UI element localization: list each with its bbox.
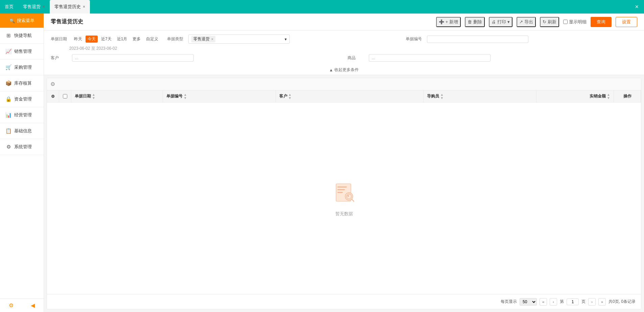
sidebar-item-basic-info[interactable]: 📋 基础信息 [0,123,44,139]
sidebar-search[interactable]: 🔍 搜索菜单 [0,14,44,28]
th-guide[interactable]: 导购员 ▲▼ [424,90,536,102]
th-actions: 操作 [614,90,641,102]
order-no-input[interactable] [427,36,528,43]
date-opt-1month[interactable]: 近1月 [115,36,129,43]
sidebar-item-purchase-mgmt-label: 采购管理 [14,64,32,70]
basic-info-icon: 📋 [5,128,11,134]
th-order-no[interactable]: 单据编号 ▲▼ [163,90,276,102]
export-button[interactable]: ↗ 导出 [517,17,536,27]
svg-rect-2 [337,189,345,190]
date-opt-today[interactable]: 今天 [86,36,98,43]
window-close-button[interactable]: × [629,0,644,14]
header-checkbox[interactable] [63,94,67,98]
sidebar-item-inventory[interactable]: 📦 库存核算 [0,75,44,91]
svg-rect-1 [337,186,347,187]
sidebar-item-finance[interactable]: 🔒 资金管理 [0,91,44,107]
query-button[interactable]: 查询 [591,17,612,27]
type-tag-close[interactable]: × [211,37,213,42]
order-no-sort-icon: ▲▼ [184,93,187,100]
goods-filter-select[interactable]: ... [369,54,491,62]
amount-sort-icon: ▲▼ [607,93,610,100]
tab-retail-return-history-label: 零售退货历史 [54,4,81,10]
top-bar: 首页 零售退货 × 零售退货历史 × × [0,0,644,14]
collapse-sidebar-icon[interactable]: ◀ [31,302,35,309]
tab-retail-return-history-close[interactable]: × [83,4,85,9]
sidebar-item-finance-label: 资金管理 [14,96,32,102]
customer-filter-group: 客户 ... [51,54,341,62]
header-actions: ➕ + 新增 🗑 删除 🖨 打印 ▾ ↗ 导出 ↻ [436,17,637,27]
type-filter-label: 单据类型 [167,36,186,42]
show-detail-label: 显示明细 [569,19,587,25]
type-tag: 零售退货 × [191,36,215,42]
export-icon: ↗ [519,19,523,24]
table-toolbar: ⚙ [47,78,641,90]
refresh-icon: ↻ [543,19,546,24]
collapse-filter-btn[interactable]: ▲ 收起更多条件 [51,65,637,75]
tab-retail-return-history[interactable]: 零售退货历史 × [50,0,90,14]
page-title: 零售退货历史 [51,18,83,25]
tab-retail-return-close[interactable]: × [43,4,45,9]
main-layout: 🔍 搜索菜单 ⊞ 快捷导航 📈 销售管理 🛒 采购管理 📦 库存核算 🔒 [0,14,644,312]
page-size-select[interactable]: 50 10 20 100 [520,298,537,306]
filter-area: 单据日期 昨天 今天 近7天 近1月 更多 自定义 单据类型 [44,30,644,75]
show-detail-container: 显示明细 [563,19,587,25]
print-icon: 🖨 [492,19,496,24]
delete-button[interactable]: 🗑 删除 [465,17,485,27]
page-number-input[interactable] [567,298,579,305]
th-actions-label: 操作 [623,93,631,99]
date-opt-yesterday[interactable]: 昨天 [72,36,84,43]
type-filter-select[interactable]: 零售退货 × ▾ [188,35,290,44]
date-opt-7days[interactable]: 近7天 [99,36,114,43]
goods-filter-label: 商品 [348,55,366,61]
tab-retail-return[interactable]: 零售退货 × [18,0,50,14]
show-detail-checkbox[interactable] [563,20,568,24]
goods-filter-group: 商品 ... [348,54,638,62]
last-page-button[interactable]: » [598,298,606,306]
th-date[interactable]: 单据日期 ▲▼ [71,90,163,102]
refresh-label: 刷新 [548,19,556,25]
tab-home[interactable]: 首页 [0,0,18,14]
sidebar-item-quick-nav[interactable]: ⊞ 快捷导航 [0,28,44,44]
sidebar-item-sales-mgmt[interactable]: 📈 销售管理 [0,44,44,60]
sidebar: 🔍 搜索菜单 ⊞ 快捷导航 📈 销售管理 🛒 采购管理 📦 库存核算 🔒 [0,14,44,312]
th-settings: ⚙ [47,90,59,102]
print-button[interactable]: 🖨 打印 ▾ [489,17,512,27]
sidebar-item-sales-mgmt-label: 销售管理 [14,48,32,54]
date-sort-icon: ▲▼ [92,93,95,100]
sidebar-item-system-mgmt[interactable]: ⚙ 系统管理 [0,139,44,155]
sidebar-item-operations[interactable]: 📊 经营管理 [0,107,44,123]
prev-page-button[interactable]: ‹ [550,298,557,306]
sidebar-item-basic-info-label: 基础信息 [14,128,32,134]
quick-nav-icon: ⊞ [5,32,11,39]
date-range-text: 2023-06-02 至 2023-06-02 [69,46,117,51]
th-customer[interactable]: 客户 ▲▼ [276,90,424,102]
date-opt-custom[interactable]: 自定义 [144,36,160,43]
first-page-button[interactable]: « [540,298,547,306]
table-header: ⚙ 单据日期 ▲▼ 单据编号 ▲▼ 客户 ▲▼ 导购员 [47,90,641,103]
section-label: 第 [560,299,564,305]
settings-bottom-icon[interactable]: ⚙ [9,302,14,309]
refresh-button[interactable]: ↻ 刷新 [540,17,559,27]
table-toolbar-settings-icon[interactable]: ⚙ [50,81,55,87]
svg-rect-3 [337,192,343,193]
next-page-button[interactable]: › [588,298,596,306]
inventory-icon: 📦 [5,80,11,86]
empty-state: 暂无数据 [47,103,641,294]
guide-sort-icon: ▲▼ [440,93,444,100]
sidebar-item-purchase-mgmt[interactable]: 🛒 采购管理 [0,60,44,75]
goods-ellipsis: ... [372,55,375,60]
th-guide-label: 导购员 [427,93,439,99]
sidebar-nav: ⊞ 快捷导航 📈 销售管理 🛒 采购管理 📦 库存核算 🔒 资金管理 📊 [0,28,44,298]
tab-home-label: 首页 [5,4,14,10]
date-options: 昨天 今天 近7天 近1月 更多 自定义 [72,36,160,43]
th-settings-icon: ⚙ [51,94,55,99]
setting-button[interactable]: 设置 [616,17,637,27]
date-opt-more[interactable]: 更多 [130,36,143,43]
purchase-mgmt-icon: 🛒 [5,64,11,70]
filter-row-2: 客户 ... 商品 ... [51,54,637,62]
new-button[interactable]: ➕ + 新增 [436,17,461,27]
sales-mgmt-icon: 📈 [5,48,11,54]
type-tag-label: 零售退货 [193,36,210,42]
th-amount[interactable]: 实销金额 ▲▼ [536,90,614,102]
customer-filter-select[interactable]: ... [72,54,194,62]
